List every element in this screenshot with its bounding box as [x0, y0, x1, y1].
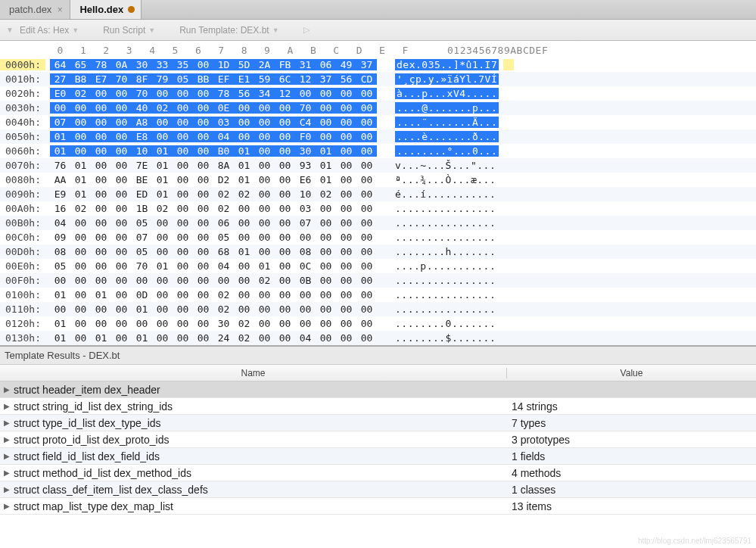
hex-byte[interactable]: 00 — [193, 289, 213, 300]
hex-byte[interactable]: 00 — [152, 88, 173, 99]
hex-byte[interactable]: 00 — [356, 88, 377, 99]
disclosure-triangle-icon[interactable]: ▶ — [0, 419, 14, 427]
hex-byte[interactable]: 00 — [356, 102, 377, 114]
hex-byte[interactable]: 01 — [234, 145, 254, 157]
hex-byte[interactable]: 70 — [132, 260, 152, 272]
hex-byte[interactable]: 04 — [213, 131, 234, 142]
hex-byte[interactable]: 00 — [316, 88, 336, 99]
hex-byte[interactable]: 00 — [193, 332, 213, 344]
hex-byte[interactable]: 00 — [173, 304, 193, 315]
play-icon[interactable]: ▷ — [303, 25, 310, 35]
hex-byte[interactable]: 00 — [173, 102, 193, 114]
hex-byte[interactable]: 00 — [111, 232, 132, 243]
hex-byte[interactable]: 0E — [213, 102, 234, 114]
hex-row[interactable]: 00C0h:09000000070000000500000000000000..… — [0, 230, 756, 244]
hex-ascii[interactable]: ................ — [395, 203, 496, 214]
hex-byte[interactable]: 00 — [70, 102, 91, 114]
hex-byte[interactable]: 30 — [132, 59, 152, 70]
hex-byte[interactable]: 24 — [213, 332, 234, 344]
hex-byte[interactable]: 00 — [356, 117, 377, 128]
hex-byte[interactable]: 01 — [50, 131, 70, 142]
hex-byte[interactable]: E1 — [234, 73, 254, 85]
hex-byte[interactable]: 00 — [254, 131, 275, 142]
hex-byte[interactable]: 00 — [336, 318, 356, 329]
hex-byte[interactable]: E7 — [91, 73, 111, 85]
hex-byte[interactable]: 00 — [70, 217, 91, 229]
hex-byte[interactable]: 02 — [213, 304, 234, 315]
hex-byte[interactable]: 00 — [356, 260, 377, 272]
hex-byte[interactable]: 00 — [234, 289, 254, 300]
template-row[interactable]: ▶struct proto_id_list dex_proto_ids3 pro… — [0, 431, 756, 448]
hex-byte[interactable]: E0 — [50, 88, 70, 99]
hex-byte[interactable]: 00 — [173, 246, 193, 257]
hex-byte[interactable]: 01 — [70, 188, 91, 200]
hex-ascii[interactable]: '¸çp.y.»ïáYl.7VÍ — [395, 73, 499, 85]
hex-byte[interactable]: 00 — [173, 131, 193, 142]
hex-byte[interactable]: 01 — [70, 174, 91, 185]
hex-byte[interactable]: 06 — [316, 59, 336, 70]
hex-byte[interactable]: 01 — [50, 289, 70, 300]
hex-byte[interactable]: 00 — [254, 203, 275, 214]
hex-byte[interactable]: 00 — [111, 131, 132, 142]
hex-byte[interactable]: 00 — [336, 188, 356, 200]
hex-byte[interactable]: 02 — [70, 88, 91, 99]
disclosure-triangle-icon[interactable]: ▶ — [0, 452, 14, 460]
hex-byte[interactable]: 35 — [173, 59, 193, 70]
hex-byte[interactable]: 40 — [132, 102, 152, 114]
hex-byte[interactable]: 00 — [356, 160, 377, 171]
hex-byte[interactable]: 00 — [91, 246, 111, 257]
hex-byte[interactable]: 01 — [152, 160, 173, 171]
hex-bytes[interactable]: AA010000BE010000D2010000E6010000 — [45, 174, 381, 185]
hex-bytes[interactable]: E0020000700000007856341200000000 — [45, 88, 381, 99]
template-row[interactable]: ▶struct class_def_item_list dex_class_de… — [0, 481, 756, 498]
hex-byte[interactable]: 00 — [275, 332, 295, 344]
hex-row[interactable]: 0090h:E9010000ED0100000202000010020000é.… — [0, 187, 756, 201]
hex-byte[interactable]: 00 — [111, 117, 132, 128]
hex-byte[interactable]: ED — [132, 188, 152, 200]
hex-bytes[interactable]: 01000000E800000004000000F0000000 — [45, 131, 381, 142]
hex-byte[interactable]: 00 — [91, 232, 111, 243]
hex-byte[interactable]: 09 — [50, 232, 70, 243]
hex-byte[interactable]: 12 — [275, 88, 295, 99]
hex-byte[interactable]: 00 — [111, 217, 132, 229]
hex-byte[interactable]: 00 — [173, 160, 193, 171]
hex-byte[interactable]: 8A — [213, 160, 234, 171]
hex-row[interactable]: 0080h:AA010000BE010000D2010000E6010000ª.… — [0, 173, 756, 187]
hex-byte[interactable]: 01 — [254, 260, 275, 272]
hex-byte[interactable]: EF — [213, 73, 234, 85]
hex-byte[interactable]: 00 — [193, 304, 213, 315]
hex-byte[interactable]: 00 — [213, 275, 234, 286]
hex-byte[interactable]: 00 — [254, 246, 275, 257]
hex-byte[interactable]: 01 — [234, 174, 254, 185]
hex-ascii[interactable]: ........$....... — [395, 332, 496, 344]
hex-row[interactable]: 00E0h:0500000070010000040001000C000000..… — [0, 259, 756, 273]
hex-byte[interactable]: 00 — [111, 260, 132, 272]
hex-byte[interactable]: 10 — [132, 145, 152, 157]
hex-byte[interactable]: 00 — [356, 318, 377, 329]
hex-byte[interactable]: 00 — [234, 117, 254, 128]
hex-byte[interactable]: 37 — [316, 73, 336, 85]
hex-byte[interactable]: 00 — [234, 102, 254, 114]
hex-byte[interactable]: 37 — [356, 59, 377, 70]
hex-byte[interactable]: 34 — [254, 88, 275, 99]
hex-byte[interactable]: 02 — [316, 188, 336, 200]
hex-byte[interactable]: 00 — [275, 246, 295, 257]
hex-byte[interactable]: 00 — [91, 145, 111, 157]
hex-byte[interactable]: 00 — [70, 304, 91, 315]
hex-row[interactable]: 0030h:00000000400200000E00000070000000..… — [0, 101, 756, 115]
hex-byte[interactable]: 00 — [111, 203, 132, 214]
hex-byte[interactable]: 59 — [254, 73, 275, 85]
hex-byte[interactable]: 00 — [336, 246, 356, 257]
hex-byte[interactable]: 00 — [70, 246, 91, 257]
template-row[interactable]: ▶struct type_id_list dex_type_ids7 types — [0, 415, 756, 431]
hex-row[interactable]: 0050h:01000000E800000004000000F0000000..… — [0, 129, 756, 144]
hex-byte[interactable]: 00 — [254, 304, 275, 315]
hex-byte[interactable]: B0 — [213, 145, 234, 157]
hex-byte[interactable]: 00 — [91, 102, 111, 114]
hex-byte[interactable]: 00 — [336, 260, 356, 272]
hex-byte[interactable]: 00 — [254, 332, 275, 344]
hex-ascii[interactable]: ........h....... — [395, 246, 496, 257]
hex-byte[interactable]: 56 — [234, 88, 254, 99]
hex-byte[interactable]: 78 — [213, 88, 234, 99]
hex-byte[interactable]: 00 — [70, 260, 91, 272]
